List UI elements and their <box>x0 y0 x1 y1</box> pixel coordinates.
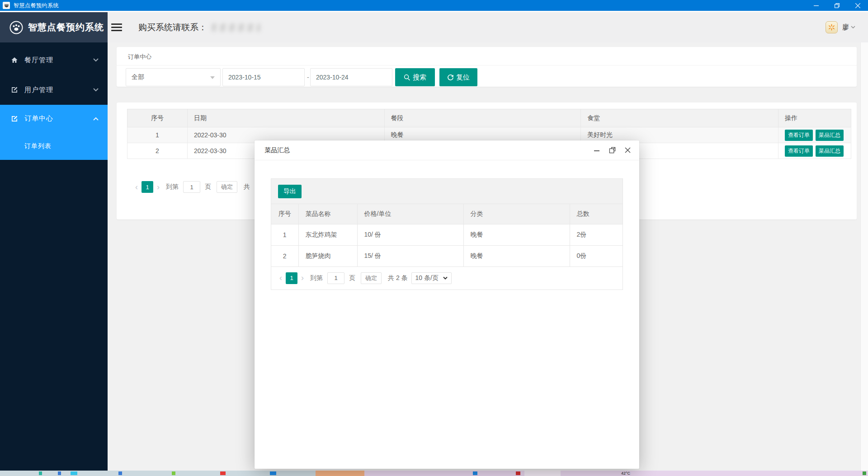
next-page-icon[interactable]: › <box>297 273 307 283</box>
prev-page-icon[interactable]: ‹ <box>276 273 286 283</box>
search-button-label: 搜索 <box>413 73 426 82</box>
filter-card: 订单中心 全部 2023-10-15 - 2023-10-24 搜索 复位 <box>117 47 857 87</box>
cell-total: 0份 <box>570 245 623 266</box>
modal-title: 菜品汇总 <box>264 146 290 154</box>
modal-expand-button[interactable] <box>608 146 617 155</box>
modal-toolbar: 导出 <box>271 179 623 204</box>
category-select[interactable]: 全部 <box>126 68 221 86</box>
desktop-fragment <box>863 471 866 475</box>
desktop-fragment <box>172 471 175 475</box>
avatar-logo-icon <box>827 23 836 32</box>
export-button[interactable]: 导出 <box>278 185 302 198</box>
dishes-pagination: ‹ 1 › 到第 页 确定 共 2 条 10 条/页 <box>271 267 623 289</box>
contact-label: 购买系统请联系： <box>138 22 207 33</box>
desktop-strip: 42°C <box>0 471 868 476</box>
sidebar-subitem-order-list[interactable]: 订单列表 <box>0 132 108 160</box>
view-order-button[interactable]: 查看订单 <box>785 145 813 157</box>
chevron-up-icon <box>93 117 99 121</box>
col-dish-name: 菜品名称 <box>298 204 357 224</box>
dish-summary-button[interactable]: 菜品汇总 <box>816 130 844 141</box>
cell-dish-name: 脆笋烧肉 <box>298 245 357 266</box>
desktop-fragment <box>118 471 122 475</box>
dishes-header-row: 序号 菜品名称 价格/单位 分类 总数 <box>271 204 623 224</box>
category-select-value: 全部 <box>132 73 144 81</box>
goto-confirm-button[interactable]: 确定 <box>217 181 237 193</box>
desktop-segment <box>316 471 364 476</box>
temperature-readout: 42°C <box>621 471 630 476</box>
search-icon <box>404 74 410 81</box>
menu-toggle-icon[interactable] <box>111 23 122 31</box>
date-start-value: 2023-10-15 <box>228 74 261 81</box>
scrollbar-track[interactable] <box>860 42 868 471</box>
paw-logo-icon <box>9 20 24 35</box>
desktop-fragment <box>39 471 42 475</box>
cell-dish-name: 东北炸鸡架 <box>298 224 357 245</box>
view-order-button[interactable]: 查看订单 <box>785 130 813 141</box>
col-category: 分类 <box>463 204 570 224</box>
window-close-button[interactable] <box>847 0 868 11</box>
chevron-down-icon <box>851 26 855 29</box>
cell-seq: 1 <box>127 127 188 143</box>
cell-seq: 2 <box>271 245 298 266</box>
modal-header: 菜品汇总 <box>255 140 639 160</box>
per-page-select[interactable]: 10 条/页 <box>411 272 452 284</box>
desktop-fragment <box>58 471 61 475</box>
modal-minimize-button[interactable] <box>592 146 601 155</box>
goto-label: 到第 <box>310 274 323 282</box>
topbar: 购买系统请联系： 廖 <box>108 12 868 42</box>
sidebar-brand: 智慧点餐预约系统 <box>0 12 108 42</box>
cell-actions: 查看订单菜品汇总 <box>778 143 851 159</box>
desktop-segment <box>364 471 868 476</box>
goto-confirm-button[interactable]: 确定 <box>361 272 382 284</box>
desktop-fragment <box>71 471 77 475</box>
edit-icon <box>11 115 18 122</box>
chevron-down-icon <box>93 88 99 92</box>
modal-table-panel: 导出 序号 菜品名称 价格/单位 分类 总数 1 东北炸鸡架 10/ 份 晚餐 … <box>271 178 623 290</box>
goto-page-input[interactable] <box>183 181 200 193</box>
total-count-label: 共 2 条 <box>388 274 408 282</box>
cell-total: 2份 <box>570 224 623 245</box>
date-start-input[interactable]: 2023-10-15 <box>222 68 305 86</box>
cell-seq: 2 <box>127 143 188 159</box>
sidebar-item-label: 用户管理 <box>24 86 53 94</box>
col-meal: 餐段 <box>384 109 581 127</box>
user-menu[interactable]: 廖 <box>826 21 855 33</box>
sidebar-item-restaurant[interactable]: 餐厅管理 <box>0 45 108 75</box>
search-button[interactable]: 搜索 <box>395 68 435 86</box>
home-icon <box>11 56 18 64</box>
sidebar-item-label: 餐厅管理 <box>24 56 53 65</box>
orders-header-row: 序号 日期 餐段 食堂 操作 <box>127 109 851 127</box>
window-minimize-button[interactable] <box>806 0 826 11</box>
col-price-unit: 价格/单位 <box>357 204 463 224</box>
refresh-icon <box>447 74 454 81</box>
cell-category: 晚餐 <box>463 245 570 266</box>
modal-close-button[interactable] <box>623 146 632 155</box>
sidebar-item-label: 订单中心 <box>24 114 53 123</box>
goto-page-input[interactable] <box>327 272 344 284</box>
page-unit-label: 页 <box>205 183 211 191</box>
desktop-fragment <box>220 471 226 475</box>
reset-button[interactable]: 复位 <box>439 68 477 86</box>
table-row: 1 东北炸鸡架 10/ 份 晚餐 2份 <box>271 224 623 245</box>
current-page[interactable]: 1 <box>142 181 153 193</box>
col-actions: 操作 <box>778 109 851 127</box>
total-label: 共 <box>244 183 250 191</box>
window-title: 智慧点餐预约系统 <box>14 2 59 9</box>
col-total: 总数 <box>570 204 623 224</box>
sidebar-item-orders[interactable]: 订单中心 <box>0 105 108 132</box>
dish-summary-button[interactable]: 菜品汇总 <box>816 145 844 157</box>
date-range-separator: - <box>307 68 309 86</box>
cell-seq: 1 <box>271 224 298 245</box>
sidebar-item-users[interactable]: 用户管理 <box>0 75 108 105</box>
current-page[interactable]: 1 <box>286 272 297 284</box>
page-unit-label: 页 <box>349 274 355 282</box>
next-page-icon[interactable]: › <box>153 182 163 192</box>
redacted-phone <box>212 23 260 32</box>
prev-page-icon[interactable]: ‹ <box>132 182 142 192</box>
sidebar-subitem-label: 订单列表 <box>24 142 52 150</box>
select-caret-icon <box>210 76 215 79</box>
window-restore-button[interactable] <box>826 0 847 11</box>
chevron-down-icon <box>443 276 448 280</box>
desktop-fragment <box>516 471 520 475</box>
date-end-input[interactable]: 2023-10-24 <box>310 68 392 86</box>
